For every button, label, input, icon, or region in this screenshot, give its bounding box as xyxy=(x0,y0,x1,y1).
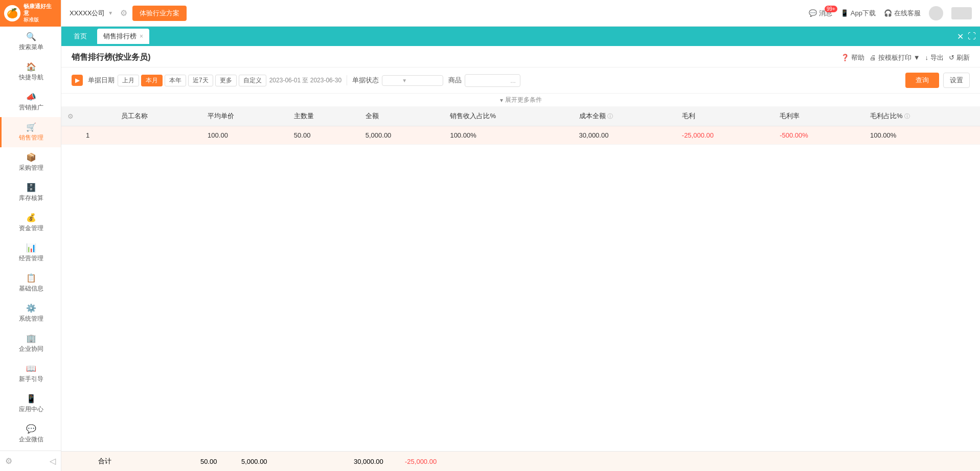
period-custom[interactable]: 自定义 xyxy=(239,75,266,86)
inventory-icon: 🗄️ xyxy=(26,183,36,192)
td-gross-rate: -500.00% xyxy=(773,126,864,145)
company-selector[interactable]: XXXXX公司 ▼ xyxy=(70,9,113,18)
sidebar-item-label: 销售管理 xyxy=(19,133,43,142)
period-7days[interactable]: 近7天 xyxy=(188,75,213,86)
app-download-button[interactable]: 📱 App下载 xyxy=(840,9,876,18)
sidebar-item-sales[interactable]: 🛒 销售管理 xyxy=(0,117,61,147)
filter-expand-button[interactable]: ▶ xyxy=(72,75,83,86)
sidebar-item-operations[interactable]: 📊 经营管理 xyxy=(0,238,61,268)
sidebar-item-marketing[interactable]: 📣 营销推广 xyxy=(0,87,61,117)
tab-bar: 首页 销售排行榜 × ✕ ⛶ xyxy=(61,27,980,46)
refresh-button[interactable]: ↺ 刷新 xyxy=(949,53,970,62)
status-select[interactable]: ▼ xyxy=(382,75,443,86)
cost-info-icon[interactable]: ⓘ xyxy=(607,113,613,119)
refresh-icon: ↺ xyxy=(949,54,954,61)
filter-bar: ▶ 单据日期 上月 本月 本年 近7天 更多 自定义 2023-06-01 至 … xyxy=(61,68,980,94)
enterprise-icon: 🏢 xyxy=(26,333,36,343)
td-gross: -25,000.00 xyxy=(676,126,773,145)
filter-expand-row: ▾ 展开更多条件 xyxy=(61,94,980,106)
th-name: 员工名称 xyxy=(115,106,201,126)
message-button[interactable]: 💬 消息 99+ xyxy=(809,9,832,18)
export-icon: ↓ xyxy=(925,54,929,61)
th-avg-price: 平均单价 xyxy=(201,106,288,126)
logo-title: 畅康通好生意 xyxy=(24,3,57,16)
period-more[interactable]: 更多 xyxy=(215,75,237,86)
online-service-button[interactable]: 🎧 在线客服 xyxy=(884,9,921,18)
basicinfo-icon: 📋 xyxy=(26,273,36,283)
sidebar-item-system[interactable]: ⚙️ 系统管理 xyxy=(0,298,61,328)
maximize-icon[interactable]: ⛶ xyxy=(968,32,976,41)
td-amount: 5,000.00 xyxy=(359,126,444,145)
close-window-icon[interactable]: ✕ xyxy=(957,32,964,41)
purchase-icon: 📦 xyxy=(26,152,36,162)
gross-ratio-info-icon[interactable]: ⓘ xyxy=(904,113,910,119)
headset-icon: 🎧 xyxy=(884,9,892,17)
th-gross: 毛利 xyxy=(676,106,773,126)
sidebar-item-basic-info[interactable]: 📋 基础信息 xyxy=(0,268,61,298)
settings-button[interactable]: 设置 xyxy=(943,73,970,88)
sidebar-item-apps[interactable]: 📱 应用中心 xyxy=(0,389,61,419)
td-sales-ratio: 100.00% xyxy=(444,126,573,145)
footer-qty: 50.00 xyxy=(200,458,241,465)
marketing-icon: 📣 xyxy=(26,92,36,102)
sidebar-item-label: 采购管理 xyxy=(19,164,43,172)
top-header: XXXXX公司 ▼ ⚙ 体验行业方案 💬 消息 99+ 📱 App下载 🎧 在线… xyxy=(61,0,980,27)
sidebar-item-purchase[interactable]: 📦 采购管理 xyxy=(0,147,61,177)
help-button[interactable]: ❓ 帮助 xyxy=(841,53,864,62)
sidebar-item-label: 系统管理 xyxy=(19,315,43,323)
settings-icon[interactable]: ⚙ xyxy=(120,8,127,18)
sidebar-item-quick-nav[interactable]: 🏠 快捷导航 xyxy=(0,57,61,87)
tab-sales-ranking[interactable]: 销售排行榜 × xyxy=(97,29,149,44)
page-title: 销售排行榜(按业务员) xyxy=(72,52,151,63)
sidebar-bottom: ⚙ ◁ xyxy=(0,451,61,471)
sidebar-item-label: 快捷导航 xyxy=(19,73,43,82)
filter-separator xyxy=(347,75,347,85)
th-amount: 全额 xyxy=(359,106,444,126)
goods-filter-group: 商品 ... xyxy=(448,74,520,87)
sidebar-item-label: 新手引导 xyxy=(19,375,43,384)
header-right: 💬 消息 99+ 📱 App下载 🎧 在线客服 xyxy=(809,6,972,20)
sidebar-item-label: 经营管理 xyxy=(19,254,43,263)
company-name: XXXXX公司 xyxy=(70,9,105,18)
tab-home[interactable]: 首页 xyxy=(65,27,95,46)
finance-icon: 💰 xyxy=(26,213,36,222)
settings-gear-icon[interactable]: ⚙ xyxy=(5,456,12,466)
th-gross-rate: 毛利率 xyxy=(773,106,864,126)
query-button[interactable]: 查询 xyxy=(905,73,939,88)
goods-input[interactable]: ... xyxy=(465,74,520,87)
sidebar-item-search[interactable]: 🔍 搜索菜单 xyxy=(0,27,61,57)
collapse-icon[interactable]: ◁ xyxy=(50,456,56,466)
goods-more-icon[interactable]: ... xyxy=(510,77,516,84)
period-this-year[interactable]: 本年 xyxy=(165,75,186,86)
sidebar-item-guide[interactable]: 📖 新手引导 xyxy=(0,358,61,389)
system-icon: ⚙️ xyxy=(26,303,36,313)
expand-more-button[interactable]: ▾ 展开更多条件 xyxy=(500,96,542,104)
tab-label: 销售排行榜 xyxy=(103,32,136,41)
sidebar-item-finance[interactable]: 💰 资金管理 xyxy=(0,208,61,238)
footer-label: 合计 xyxy=(98,457,149,466)
export-button[interactable]: ↓ 导出 xyxy=(925,53,944,62)
period-this-month[interactable]: 本月 xyxy=(141,75,163,86)
sidebar-item-label: 资金管理 xyxy=(19,224,43,233)
help-icon: ❓ xyxy=(841,54,849,61)
page-header: 销售排行榜(按业务员) ❓ 帮助 🖨 按模板打印 ▼ ↓ 导出 ↺ 刷新 xyxy=(61,46,980,68)
user-info xyxy=(951,7,972,19)
footer-amount: 5,000.00 xyxy=(241,458,292,465)
print-button[interactable]: 🖨 按模板打印 ▼ xyxy=(870,53,920,62)
sidebar-item-enterprise[interactable]: 🏢 企业协同 xyxy=(0,328,61,358)
date-label: 单据日期 xyxy=(88,76,115,85)
sidebar-menu: 🔍 搜索菜单 🏠 快捷导航 📣 营销推广 🛒 销售管理 📦 采购管理 🗄️ 库存… xyxy=(0,27,61,451)
sidebar-item-label: 应用中心 xyxy=(19,405,43,414)
print-icon: 🖨 xyxy=(870,54,876,61)
sidebar-item-label: 搜索菜单 xyxy=(19,43,43,52)
sidebar-item-inventory[interactable]: 🗄️ 库存核算 xyxy=(0,177,61,208)
period-last-month[interactable]: 上月 xyxy=(118,75,139,86)
main-area: XXXXX公司 ▼ ⚙ 体验行业方案 💬 消息 99+ 📱 App下载 🎧 在线… xyxy=(61,0,980,471)
avatar[interactable] xyxy=(929,6,943,20)
th-qty: 主数量 xyxy=(288,106,359,126)
sidebar-item-wechat[interactable]: 💬 企业微信 xyxy=(0,419,61,449)
th-settings[interactable]: ⚙ xyxy=(61,106,80,126)
tab-close-button[interactable]: × xyxy=(140,33,143,40)
industry-button[interactable]: 体验行业方案 xyxy=(132,6,187,21)
td-settings xyxy=(61,126,80,145)
